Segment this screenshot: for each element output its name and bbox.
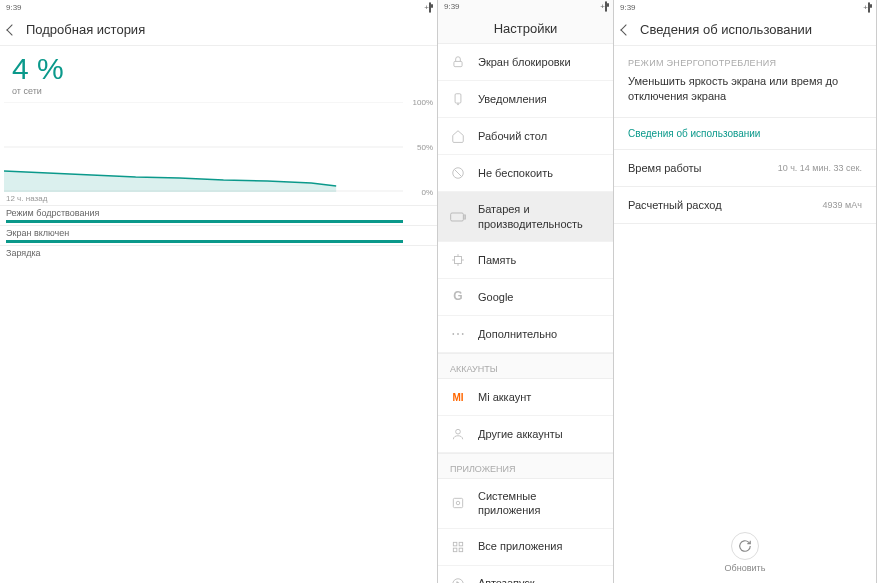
refresh-icon <box>738 539 752 553</box>
more-icon: ⋯ <box>450 326 466 342</box>
svg-rect-4 <box>454 62 462 67</box>
ytick-50: 50% <box>417 143 433 152</box>
power-mode-header: РЕЖИМ ЭНЕРГОПОТРЕБЛЕНИЯ <box>614 46 876 74</box>
history-panel: 9:39 + Подробная история 4 % от сети 100… <box>0 0 438 583</box>
settings-item[interactable]: ⋯ Дополнительно <box>438 316 613 353</box>
usage-row-value: 10 ч. 14 мин. 33 сек. <box>778 163 862 173</box>
settings-panel: 9:39 + Настройки Экран блокировки Уведом… <box>438 0 614 583</box>
settings-section-header: ПРИЛОЖЕНИЯ <box>438 453 613 479</box>
battery-percent: 4 % <box>0 46 437 86</box>
battery-status-icon: + <box>600 2 607 11</box>
svg-line-8 <box>455 170 462 177</box>
svg-rect-17 <box>453 499 462 508</box>
settings-section-header: АККАУНТЫ <box>438 353 613 379</box>
settings-item[interactable]: Автозапуск <box>438 566 613 583</box>
history-titlebar: Подробная история <box>0 14 437 46</box>
settings-item-label: Батарея и производительность <box>478 202 601 231</box>
svg-rect-11 <box>455 257 462 264</box>
usage-titlebar: Сведения об использовании <box>614 14 876 46</box>
svg-rect-5 <box>455 94 461 103</box>
bar-label: Экран включен <box>6 228 403 238</box>
power-tip[interactable]: Уменьшить яркость экрана или время до от… <box>614 74 876 118</box>
usage-row-label: Время работы <box>628 162 702 174</box>
settings-item[interactable]: Рабочий стол <box>438 118 613 155</box>
usage-row-label: Расчетный расход <box>628 199 722 211</box>
person-icon <box>450 426 466 442</box>
mi-icon: MI <box>450 389 466 405</box>
back-icon[interactable] <box>620 24 631 35</box>
history-title: Подробная история <box>26 22 145 37</box>
ytick-100: 100% <box>413 98 433 107</box>
settings-item-label: Экран блокировки <box>478 55 571 69</box>
settings-item-label: Другие аккаунты <box>478 427 563 441</box>
settings-item[interactable]: MI Mi аккаунт <box>438 379 613 416</box>
status-bar: 9:39 + <box>438 0 613 14</box>
usage-title: Сведения об использовании <box>640 22 812 37</box>
settings-item-label: Дополнительно <box>478 327 557 341</box>
usage-row[interactable]: Время работы 10 ч. 14 мин. 33 сек. <box>614 150 876 187</box>
status-time: 9:39 <box>620 3 636 12</box>
settings-item[interactable]: G Google <box>438 279 613 316</box>
settings-item[interactable]: Другие аккаунты <box>438 416 613 453</box>
usage-row-value: 4939 мАч <box>823 200 862 210</box>
settings-item-label: Автозапуск <box>478 576 535 583</box>
settings-item[interactable]: Батарея и производительность <box>438 192 613 242</box>
bar-fill <box>6 240 403 243</box>
sysapp-icon <box>450 495 466 511</box>
svg-rect-20 <box>459 542 463 546</box>
bar-label: Зарядка <box>6 248 403 258</box>
status-bar: 9:39 + <box>0 0 437 14</box>
settings-item-label: Системные приложения <box>478 489 601 518</box>
refresh-button[interactable]: Обновить <box>614 532 876 573</box>
battery-source: от сети <box>0 86 437 102</box>
lock-icon <box>450 54 466 70</box>
bell-icon <box>450 91 466 107</box>
usage-link[interactable]: Сведения об использовании <box>614 118 876 150</box>
google-icon: G <box>450 289 466 305</box>
settings-item-label: Все приложения <box>478 539 562 553</box>
usage-panel: 9:39 + Сведения об использовании РЕЖИМ Э… <box>614 0 877 583</box>
settings-item[interactable]: Экран блокировки <box>438 44 613 81</box>
svg-rect-9 <box>451 213 464 221</box>
settings-item[interactable]: Все приложения <box>438 529 613 566</box>
battery-icon <box>450 209 466 225</box>
svg-rect-21 <box>453 548 457 552</box>
svg-rect-10 <box>464 215 465 219</box>
settings-item-label: Mi аккаунт <box>478 390 531 404</box>
settings-item[interactable]: Системные приложения <box>438 479 613 529</box>
status-time: 9:39 <box>6 3 22 12</box>
settings-item-label: Память <box>478 253 516 267</box>
settings-item[interactable]: Не беспокоить <box>438 155 613 192</box>
bar-label: Режим бодрствования <box>6 208 403 218</box>
refresh-label: Обновить <box>614 563 876 573</box>
settings-item-label: Не беспокоить <box>478 166 553 180</box>
svg-point-16 <box>456 429 461 434</box>
settings-title: Настройки <box>494 21 558 36</box>
settings-item[interactable]: Память <box>438 242 613 279</box>
usage-bar-row: Экран включен <box>0 225 437 245</box>
apps-icon <box>450 539 466 555</box>
settings-titlebar: Настройки <box>438 14 613 45</box>
battery-status-icon: + <box>424 3 431 12</box>
svg-point-18 <box>456 502 460 506</box>
settings-item[interactable]: Уведомления <box>438 81 613 118</box>
xtick-start: 12 ч. назад <box>0 192 437 205</box>
status-time: 9:39 <box>444 2 460 11</box>
back-icon[interactable] <box>6 24 17 35</box>
settings-item-label: Уведомления <box>478 92 547 106</box>
status-bar: 9:39 + <box>614 0 876 14</box>
ytick-0: 0% <box>421 188 433 197</box>
battery-status-icon: + <box>863 3 870 12</box>
usage-row[interactable]: Расчетный расход 4939 мАч <box>614 187 876 224</box>
battery-chart: 100% 50% 0% <box>4 102 403 192</box>
home-icon <box>450 128 466 144</box>
dnd-icon <box>450 165 466 181</box>
svg-rect-22 <box>459 548 463 552</box>
auto-icon <box>450 576 466 583</box>
settings-item-label: Рабочий стол <box>478 129 547 143</box>
memory-icon <box>450 252 466 268</box>
usage-bar-row: Режим бодрствования <box>0 205 437 225</box>
bar-fill <box>6 220 403 223</box>
svg-point-6 <box>457 104 458 105</box>
settings-item-label: Google <box>478 290 513 304</box>
